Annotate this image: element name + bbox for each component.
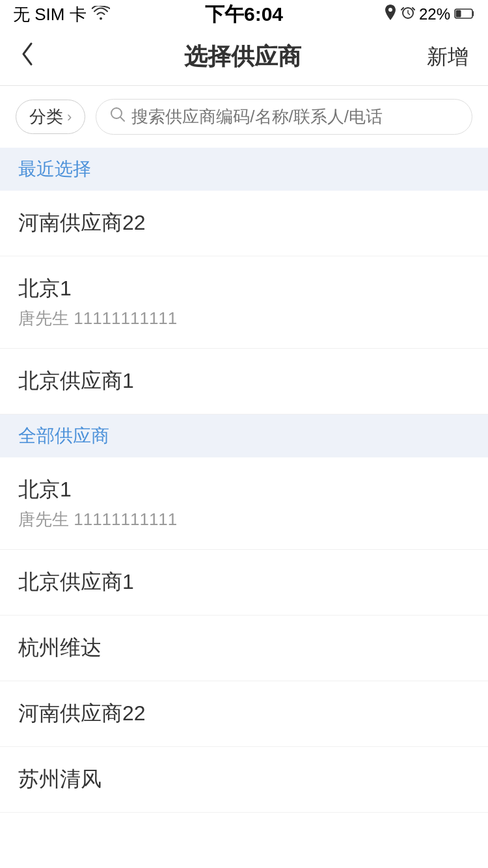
item-name: 北京供应商1 [18,568,470,597]
list-item[interactable]: 河南供应商22 [0,191,488,256]
list-item[interactable]: 苏州清风 [0,747,488,813]
status-bar: 无 SIM 卡 下午6:04 22% [0,0,488,29]
list-item[interactable]: 北京供应商1 [0,550,488,616]
search-input[interactable] [131,107,459,127]
item-name: 北京1 [18,476,470,504]
item-name: 杭州维达 [18,634,470,662]
recent-list: 河南供应商22北京1唐先生 11111111111北京供应商1 [0,191,488,414]
item-name: 北京供应商1 [18,367,470,396]
search-icon [109,106,126,128]
status-right: 22% [384,5,475,24]
list-item[interactable]: 河南供应商22 [0,681,488,747]
svg-rect-2 [456,10,461,18]
add-button[interactable]: 新增 [427,43,468,72]
status-time: 下午6:04 [205,1,283,28]
nav-bar: 选择供应商 新增 [0,29,488,86]
filter-row: 分类 › [0,86,488,148]
recent-section-label: 最近选择 [18,159,91,179]
back-button[interactable] [20,41,59,73]
all-section-header: 全部供应商 [0,414,488,457]
location-icon [384,5,397,24]
list-item[interactable]: 杭州维达 [0,616,488,681]
item-name: 北京1 [18,275,470,303]
wifi-icon [92,5,110,25]
all-section-label: 全部供应商 [18,426,109,446]
item-name: 河南供应商22 [18,699,470,728]
all-list: 北京1唐先生 11111111111北京供应商1杭州维达河南供应商22苏州清风 [0,457,488,813]
alarm-icon [401,5,415,23]
battery-label: 22% [419,5,450,23]
page-title: 选择供应商 [184,41,301,73]
battery-icon [454,5,475,23]
list-item[interactable]: 北京供应商1 [0,349,488,414]
list-item[interactable]: 北京1唐先生 11111111111 [0,457,488,550]
item-sub: 唐先生 11111111111 [18,508,470,531]
category-filter-button[interactable]: 分类 › [16,100,85,134]
list-item[interactable]: 北京1唐先生 11111111111 [0,256,488,349]
recent-section-header: 最近选择 [0,148,488,191]
item-name: 苏州清风 [18,765,470,794]
item-sub: 唐先生 11111111111 [18,307,470,330]
carrier-label: 无 SIM 卡 [13,3,87,26]
search-box[interactable] [96,99,472,135]
item-name: 河南供应商22 [18,209,470,237]
category-label: 分类 [29,105,63,128]
chevron-right-icon: › [67,109,72,126]
status-left: 无 SIM 卡 [13,3,110,26]
